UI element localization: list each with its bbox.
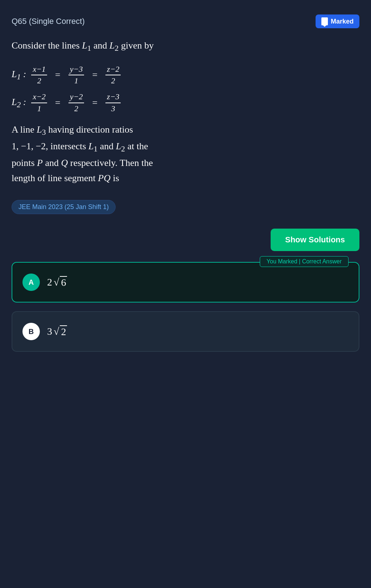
question-label: Q65 (Single Correct) [12,17,85,26]
question-header: Q65 (Single Correct) Marked [12,14,359,28]
answer-section: You Marked | Correct Answer A 2 √6 B 3 √… [12,262,359,352]
option-a[interactable]: A 2 √6 [12,262,359,303]
option-a-circle: A [22,274,40,291]
question-intro: Consider the lines L1 and L2 given by [12,38,359,54]
correct-answer-label: You Marked | Correct Answer [260,256,349,267]
option-b[interactable]: B 3 √2 [12,311,359,352]
sqrt-2: √2 [54,325,67,338]
option-b-circle: B [22,323,40,340]
line2-equation: L2 : x−2 1 = y−2 2 = z−3 3 [12,92,359,113]
marked-badge: Marked [316,14,359,28]
option-a-text: 2 √6 [47,276,67,288]
marked-label: Marked [331,18,354,25]
show-solutions-button[interactable]: Show Solutions [271,229,359,251]
exam-tag: JEE Main 2023 (25 Jan Shift 1) [12,200,116,214]
line1-equation: L1 : x−1 2 = y−3 1 = z−2 2 [12,64,359,86]
question-description: A line L3 having direction ratios 1, −1,… [12,122,359,185]
option-b-text: 3 √2 [47,325,67,338]
sqrt-6: √6 [54,276,67,288]
bookmark-icon [321,17,328,25]
